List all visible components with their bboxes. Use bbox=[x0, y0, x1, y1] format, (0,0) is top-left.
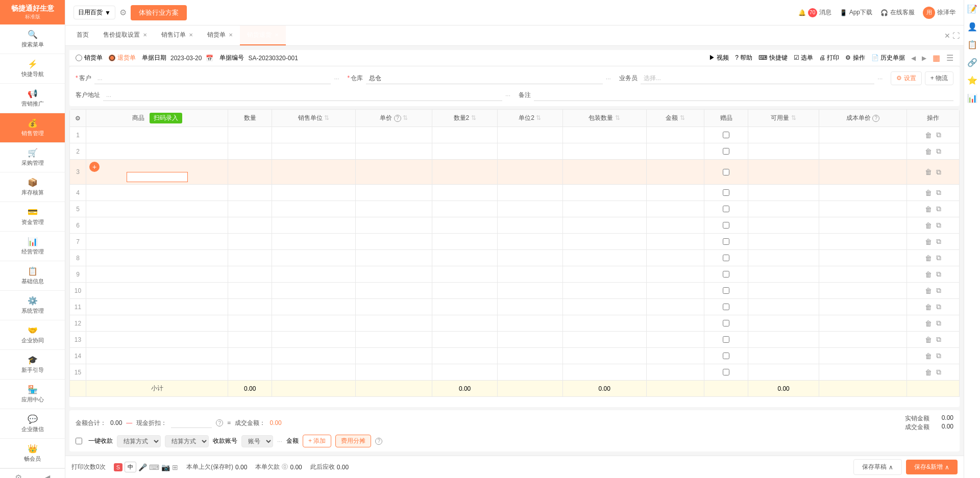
radio-sale-input[interactable] bbox=[76, 55, 82, 61]
copy-row-btn[interactable]: ⧉ bbox=[935, 236, 942, 247]
amount-cell[interactable] bbox=[646, 201, 704, 217]
cost-unit-cell[interactable] bbox=[819, 266, 907, 283]
package-qty-cell[interactable] bbox=[562, 160, 646, 185]
gift-cell[interactable] bbox=[704, 250, 748, 266]
unit-price-cell[interactable] bbox=[356, 217, 432, 234]
gift-cell[interactable] bbox=[704, 299, 748, 315]
right-panel-item-6[interactable]: 📊 bbox=[967, 93, 977, 103]
operate-btn[interactable]: ⚙ 操作 bbox=[845, 54, 865, 62]
available-cell[interactable] bbox=[748, 234, 819, 250]
quantity-cell[interactable] bbox=[228, 266, 272, 283]
quantity2-cell[interactable] bbox=[432, 266, 498, 283]
unit-price-cell[interactable] bbox=[356, 315, 432, 332]
delete-row-btn[interactable]: 🗑 bbox=[924, 253, 933, 263]
gift-cell[interactable] bbox=[704, 185, 748, 201]
package-qty-cell[interactable] bbox=[562, 299, 646, 315]
tab-home[interactable]: 首页 bbox=[69, 26, 96, 45]
gift-checkbox[interactable] bbox=[723, 206, 729, 212]
settings-icon[interactable]: ⚙ bbox=[119, 8, 127, 17]
trial-btn[interactable]: 体验行业方案 bbox=[131, 5, 187, 20]
unit-price-cell[interactable] bbox=[356, 283, 432, 299]
delete-row-btn[interactable]: 🗑 bbox=[924, 302, 933, 312]
quantity2-cell[interactable] bbox=[432, 283, 498, 299]
cost-unit-cell[interactable] bbox=[819, 364, 907, 381]
discount-help-icon[interactable]: ? bbox=[216, 419, 223, 426]
sales-unit-cell[interactable] bbox=[272, 283, 356, 299]
amount-cell[interactable] bbox=[646, 332, 704, 348]
right-panel-item-3[interactable]: 📋 bbox=[967, 40, 977, 49]
gift-checkbox[interactable] bbox=[723, 222, 729, 229]
sidebar-item-purchase[interactable]: 🛒 采购管理 bbox=[0, 143, 65, 172]
product-cell[interactable] bbox=[86, 364, 228, 381]
unit-price-cell[interactable] bbox=[356, 332, 432, 348]
quantity2-cell[interactable] bbox=[432, 160, 498, 185]
salesperson-dots[interactable]: ··· bbox=[877, 75, 883, 82]
copy-row-btn[interactable]: ⧉ bbox=[935, 301, 942, 312]
sales-unit-cell[interactable] bbox=[272, 299, 356, 315]
unit2-cell[interactable] bbox=[497, 201, 562, 217]
online-service-item[interactable]: 🎧 在线客服 bbox=[880, 8, 915, 17]
settle-method-select[interactable]: 结算方式 bbox=[117, 435, 161, 447]
cost-unit-cell[interactable] bbox=[819, 217, 907, 234]
product-cell[interactable] bbox=[86, 143, 228, 160]
delete-row-btn[interactable]: 🗑 bbox=[924, 220, 933, 231]
tab-sales-bill[interactable]: 销货单 ✕ bbox=[200, 26, 240, 45]
dots-icon[interactable]: ··· bbox=[277, 438, 282, 445]
unit2-cell[interactable] bbox=[497, 160, 562, 185]
copy-row-btn[interactable]: ⧉ bbox=[935, 187, 942, 198]
package-qty-cell[interactable] bbox=[562, 250, 646, 266]
price-help-icon[interactable]: ? bbox=[394, 115, 401, 122]
product-input[interactable] bbox=[127, 172, 188, 182]
warehouse-input[interactable] bbox=[366, 72, 603, 84]
product-cell[interactable] bbox=[86, 283, 228, 299]
unit2-cell[interactable] bbox=[497, 364, 562, 381]
list-view-icon[interactable]: ☰ bbox=[946, 53, 953, 63]
collapse-icon[interactable]: ◀ bbox=[44, 473, 50, 478]
tab-sales-return[interactable]: 销货退货 ✕ bbox=[240, 26, 286, 45]
quantity-cell[interactable] bbox=[228, 185, 272, 201]
sidebar-item-shortcut[interactable]: ⚡ 快捷导航 bbox=[0, 54, 65, 84]
sales-unit-cell[interactable] bbox=[272, 266, 356, 283]
quantity2-cell[interactable] bbox=[432, 348, 498, 364]
sidebar-item-appstore[interactable]: 🏪 应用中心 bbox=[0, 380, 65, 409]
quantity2-cell[interactable] bbox=[432, 143, 498, 160]
cost-unit-cell[interactable] bbox=[819, 160, 907, 185]
gift-checkbox[interactable] bbox=[723, 132, 729, 138]
unit2-cell[interactable] bbox=[497, 185, 562, 201]
product-cell[interactable]: + bbox=[86, 160, 228, 185]
delete-row-btn[interactable]: 🗑 bbox=[924, 286, 933, 296]
sales-unit-cell[interactable] bbox=[272, 143, 356, 160]
quantity2-cell[interactable] bbox=[432, 315, 498, 332]
delete-row-btn[interactable]: 🗑 bbox=[924, 130, 933, 140]
unit2-cell[interactable] bbox=[497, 332, 562, 348]
sales-unit-cell[interactable] bbox=[272, 217, 356, 234]
customer-input[interactable] bbox=[94, 72, 331, 84]
radio-return-input[interactable] bbox=[109, 55, 115, 61]
gift-checkbox[interactable] bbox=[723, 304, 729, 310]
select-btn[interactable]: ☑ 选单 bbox=[794, 54, 813, 62]
gift-cell[interactable] bbox=[704, 283, 748, 299]
sales-unit-cell[interactable] bbox=[272, 127, 356, 143]
package-qty-cell[interactable] bbox=[562, 364, 646, 381]
package-qty-cell[interactable] bbox=[562, 143, 646, 160]
mic-icon[interactable]: 🎤 bbox=[138, 463, 147, 471]
cost-unit-cell[interactable] bbox=[819, 332, 907, 348]
logistics-btn[interactable]: + 物流 bbox=[925, 71, 953, 85]
tab-price-settings[interactable]: 售价提取设置 ✕ bbox=[96, 26, 154, 45]
cost-unit-cell[interactable] bbox=[819, 185, 907, 201]
quantity-cell[interactable] bbox=[228, 315, 272, 332]
product-cell[interactable] bbox=[86, 315, 228, 332]
cost-unit-cell[interactable] bbox=[819, 250, 907, 266]
unit-price-cell[interactable] bbox=[356, 348, 432, 364]
right-panel-item-5[interactable]: ⭐ bbox=[967, 76, 977, 85]
product-cell[interactable] bbox=[86, 185, 228, 201]
camera-icon[interactable]: 📷 bbox=[161, 463, 170, 471]
package-qty-cell[interactable] bbox=[562, 283, 646, 299]
gift-cell[interactable] bbox=[704, 266, 748, 283]
available-cell[interactable] bbox=[748, 160, 819, 185]
gift-cell[interactable] bbox=[704, 348, 748, 364]
amount-cell[interactable] bbox=[646, 234, 704, 250]
radio-return[interactable]: 退货单 bbox=[109, 54, 136, 62]
delete-row-btn[interactable]: 🗑 bbox=[924, 367, 933, 378]
quantity-cell[interactable] bbox=[228, 348, 272, 364]
